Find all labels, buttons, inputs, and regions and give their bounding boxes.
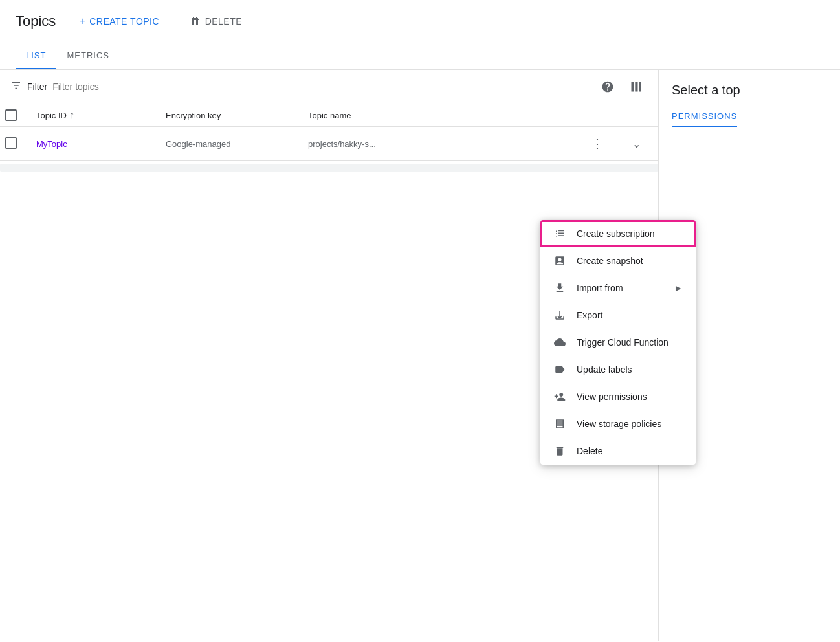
topic-name-cell: projects/hakky-s... xyxy=(303,139,580,149)
row-checkbox-cell xyxy=(0,137,31,151)
encryption-key-header[interactable]: Encryption key xyxy=(160,111,303,120)
filter-actions xyxy=(596,75,648,98)
table-header: Topic ID ↑ Encryption key Topic name xyxy=(0,104,658,127)
help-icon-button[interactable] xyxy=(596,75,619,98)
menu-item-view-storage[interactable]: View storage policies xyxy=(540,410,696,437)
menu-item-create-subscription[interactable]: Create subscription xyxy=(540,220,696,247)
select-all-checkbox[interactable] xyxy=(5,109,17,121)
filter-icon xyxy=(10,80,22,94)
page-header: Topics + CREATE TOPIC 🗑 DELETE xyxy=(0,0,840,43)
submenu-arrow-icon: ► xyxy=(674,283,683,293)
menu-item-import-from-label: Import from xyxy=(577,283,663,293)
tab-metrics[interactable]: METRICS xyxy=(56,43,120,69)
topic-id-header[interactable]: Topic ID ↑ xyxy=(31,109,160,121)
import-icon xyxy=(553,282,566,294)
storage-icon xyxy=(553,418,566,430)
sort-arrow-icon: ↑ xyxy=(69,109,74,121)
select-all-cell xyxy=(0,109,31,121)
menu-item-trigger-cloud[interactable]: Trigger Cloud Function xyxy=(540,329,696,356)
menu-item-view-permissions[interactable]: View permissions xyxy=(540,383,696,410)
snapshot-icon xyxy=(553,255,566,267)
horizontal-scrollbar[interactable] xyxy=(0,164,658,172)
more-options-button[interactable]: ⋮ xyxy=(586,132,609,155)
permissions-icon xyxy=(553,391,566,403)
create-topic-label: CREATE TOPIC xyxy=(89,16,159,27)
expand-button[interactable]: ⌄ xyxy=(624,132,648,155)
expand-cell: ⌄ xyxy=(619,132,658,155)
export-icon xyxy=(553,309,566,321)
tab-list[interactable]: LIST xyxy=(16,43,56,69)
trash-icon: 🗑 xyxy=(190,16,201,27)
menu-item-import-from[interactable]: Import from ► xyxy=(540,274,696,302)
menu-item-view-storage-label: View storage policies xyxy=(577,419,683,429)
columns-icon-button[interactable] xyxy=(624,75,648,98)
menu-item-create-snapshot[interactable]: Create snapshot xyxy=(540,247,696,274)
row-checkbox[interactable] xyxy=(5,137,17,149)
encryption-key-cell: Google-managed xyxy=(160,139,303,149)
tab-bar: LIST METRICS xyxy=(0,43,840,70)
menu-item-delete[interactable]: Delete xyxy=(540,437,696,465)
menu-item-create-subscription-label: Create subscription xyxy=(577,228,683,239)
menu-item-trigger-cloud-label: Trigger Cloud Function xyxy=(577,337,683,348)
menu-item-export-label: Export xyxy=(577,310,683,320)
filter-input[interactable] xyxy=(52,82,591,92)
permissions-tab[interactable]: PERMISSIONS xyxy=(672,111,737,127)
delete-button[interactable]: 🗑 DELETE xyxy=(182,10,250,32)
create-topic-button[interactable]: + CREATE TOPIC xyxy=(71,10,167,32)
menu-item-export[interactable]: Export xyxy=(540,302,696,329)
context-menu: Create subscription Create snapshot Impo… xyxy=(540,220,696,465)
menu-item-update-labels-label: Update labels xyxy=(577,364,683,375)
cloud-function-icon xyxy=(553,337,566,348)
delete-label: DELETE xyxy=(205,16,242,27)
menu-item-delete-label: Delete xyxy=(577,446,683,456)
filter-bar: Filter xyxy=(0,70,658,104)
menu-item-create-snapshot-label: Create snapshot xyxy=(577,256,683,266)
topic-id-cell[interactable]: MyTopic xyxy=(31,139,160,149)
topic-name-header[interactable]: Topic name xyxy=(303,111,580,120)
table-row: MyTopic Google-managed projects/hakky-s.… xyxy=(0,127,658,161)
main-content: Filter Topic ID ↑ Encryption key xyxy=(0,70,840,641)
filter-label: Filter xyxy=(27,82,47,92)
page-title: Topics xyxy=(16,13,56,30)
more-actions-cell: ⋮ xyxy=(580,132,619,155)
label-icon xyxy=(553,364,566,375)
menu-item-update-labels[interactable]: Update labels xyxy=(540,356,696,383)
menu-item-view-permissions-label: View permissions xyxy=(577,392,683,402)
right-panel-title: Select a top xyxy=(672,83,827,98)
delete-icon xyxy=(553,445,566,457)
plus-icon: + xyxy=(79,16,85,27)
topic-name-header-text: Topic name xyxy=(308,111,351,120)
topic-id-header-text: Topic ID xyxy=(36,111,67,120)
encryption-key-header-text: Encryption key xyxy=(166,111,221,120)
list-icon xyxy=(553,228,566,239)
